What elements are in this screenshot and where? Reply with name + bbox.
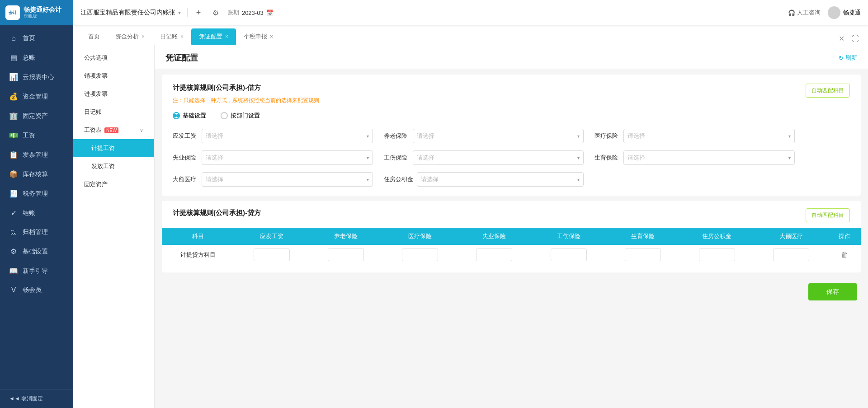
radio-dept[interactable]: 按部门设置 xyxy=(221,112,260,120)
tab-tax-label: 个税申报 xyxy=(244,33,267,41)
add-company-button[interactable]: + xyxy=(193,7,204,18)
menu-item-sales[interactable]: 销项发票 xyxy=(73,67,154,85)
menu-item-payroll-issue[interactable]: 发放工资 xyxy=(73,157,154,175)
menu-item-public[interactable]: 公共选项 xyxy=(73,49,154,67)
period-selector[interactable]: 账期 2023-03 📅 xyxy=(227,9,274,17)
medical-select[interactable]: 请选择 ▾ xyxy=(623,129,795,143)
credit-section-title: 计提核算规则(公司承担)-贷方 xyxy=(173,209,261,217)
input-injury[interactable] xyxy=(551,249,587,261)
home-icon: ⌂ xyxy=(9,34,18,42)
medical-placeholder: 请选择 xyxy=(627,132,645,140)
tab-home[interactable]: 首页 xyxy=(80,28,108,45)
close-tab-button[interactable]: ✕ xyxy=(837,33,846,45)
sidebar-item-vip[interactable]: V 畅会员 xyxy=(0,281,73,300)
sidebar-item-funds[interactable]: 💰 资金管理 xyxy=(0,87,73,106)
menu-item-purchase[interactable]: 进项发票 xyxy=(73,85,154,103)
input-medical[interactable] xyxy=(402,249,438,261)
input-pension[interactable] xyxy=(328,249,364,261)
pension-label: 养老保险 xyxy=(384,132,409,140)
sidebar-item-invoices[interactable]: 📋 发票管理 xyxy=(0,145,73,164)
pension-select[interactable]: 请选择 ▾ xyxy=(413,129,584,143)
sidebar: 会计 畅捷通好会计 旗舰版 ⌂ 首页 ▤ 总账 📊 云报表中心 💰 资金管理 🏢… xyxy=(0,0,73,408)
tab-diary-close[interactable]: × xyxy=(180,33,184,40)
menu-item-payroll-table[interactable]: 工资表 NEW ∨ xyxy=(73,121,154,139)
user-menu[interactable]: 畅捷通 xyxy=(828,6,861,19)
injury-select[interactable]: 请选择 ▾ xyxy=(413,150,584,165)
sidebar-item-settings[interactable]: ⚙ 基础设置 xyxy=(0,242,73,261)
unemployment-placeholder: 请选择 xyxy=(206,154,223,162)
cell-base-salary xyxy=(235,245,309,265)
sidebar-item-archive[interactable]: 🗂 归档管理 xyxy=(0,223,73,242)
credit-section-header: 计提核算规则(公司承担)-贷方 自动匹配科目 xyxy=(162,201,861,228)
sidebar-item-ledger[interactable]: ▤ 总账 xyxy=(0,48,73,67)
tab-diary[interactable]: 日记账 × xyxy=(152,28,191,45)
input-unemployment[interactable] xyxy=(476,249,512,261)
input-base-salary[interactable] xyxy=(254,249,290,261)
refresh-icon: ↻ xyxy=(839,55,844,61)
invoices-icon: 📋 xyxy=(9,150,18,159)
delete-row-button[interactable]: 🗑 xyxy=(841,251,848,259)
headset-icon: 🎧 xyxy=(788,9,795,16)
form-item-injury: 工伤保险 请选择 ▾ xyxy=(384,150,584,165)
inventory-icon: 📦 xyxy=(9,170,18,178)
debit-auto-match-button[interactable]: 自动匹配科目 xyxy=(806,84,850,98)
tab-voucher[interactable]: 凭证配置 × xyxy=(191,28,236,45)
sidebar-pin-toggle[interactable]: ◄◄ 取消固定 xyxy=(0,389,73,408)
medical-label: 医疗保险 xyxy=(594,132,620,140)
sidebar-item-closing[interactable]: ✓ 结账 xyxy=(0,203,73,223)
sidebar-item-assets[interactable]: 🏢 固定资产 xyxy=(0,106,73,126)
tab-voucher-close[interactable]: × xyxy=(225,33,228,40)
tab-funds[interactable]: 资金分析 × xyxy=(108,28,152,45)
tab-tax[interactable]: 个税申报 × xyxy=(236,28,281,45)
support-button[interactable]: 🎧 人工咨询 xyxy=(788,9,821,17)
cell-medical xyxy=(383,245,457,265)
page-title: 凭证配置 xyxy=(165,52,198,63)
unemployment-select[interactable]: 请选择 ▾ xyxy=(202,150,373,165)
input-housing[interactable] xyxy=(699,249,735,261)
input-large-medical[interactable] xyxy=(773,249,809,261)
input-maternity[interactable] xyxy=(625,249,661,261)
sidebar-item-tax[interactable]: 🧾 税务管理 xyxy=(0,184,73,203)
credit-table-header: 科目 应发工资 养老保险 医疗保险 失业保险 工伤保险 生育保险 住房公积金 大… xyxy=(162,228,861,245)
radio-basic-circle xyxy=(173,112,180,119)
sidebar-label-vip: 畅会员 xyxy=(23,286,42,294)
funds-icon: 💰 xyxy=(9,92,18,101)
tab-funds-close[interactable]: × xyxy=(142,33,145,40)
avatar xyxy=(828,6,840,19)
base-salary-select[interactable]: 请选择 ▾ xyxy=(202,129,373,143)
tab-tax-close[interactable]: × xyxy=(270,33,273,40)
closing-icon: ✓ xyxy=(9,209,18,217)
injury-placeholder: 请选择 xyxy=(417,154,434,162)
username: 畅捷通 xyxy=(843,9,861,17)
menu-item-diary[interactable]: 日记账 xyxy=(73,103,154,121)
maternity-label: 生育保险 xyxy=(594,154,620,162)
company-selector[interactable]: 江西服宝精品有限责任公司内账张 ▼ xyxy=(80,9,182,17)
sidebar-item-home[interactable]: ⌂ 首页 xyxy=(0,29,73,48)
sidebar-item-payroll[interactable]: 💵 工资 xyxy=(0,126,73,145)
col-large-medical: 大额医疗 xyxy=(754,228,828,245)
large-medical-label: 大额医疗 xyxy=(173,175,198,183)
sidebar-label-guide: 新手引导 xyxy=(23,267,48,275)
ledger-icon: ▤ xyxy=(9,53,18,62)
table-row: 计提贷方科目 🗑 xyxy=(162,245,861,265)
menu-item-accrual[interactable]: 计提工资 xyxy=(73,139,154,157)
large-medical-select[interactable]: 请选择 ▾ xyxy=(202,172,373,187)
maternity-select[interactable]: 请选择 ▾ xyxy=(623,150,795,165)
pension-placeholder: 请选择 xyxy=(417,132,434,140)
sidebar-item-inventory[interactable]: 📦 库存核算 xyxy=(0,164,73,184)
vip-icon: V xyxy=(9,286,18,294)
menu-item-fixed-assets[interactable]: 固定资产 xyxy=(73,175,154,193)
housing-select[interactable]: 请选择 ▾ xyxy=(417,172,584,187)
maximize-tab-button[interactable]: ⛶ xyxy=(850,33,861,45)
sidebar-item-guide[interactable]: 📖 新手引导 xyxy=(0,261,73,281)
credit-auto-match-button[interactable]: 自动匹配科目 xyxy=(806,208,850,222)
company-settings-button[interactable]: ⚙ xyxy=(209,6,222,19)
credit-table: 科目 应发工资 养老保险 医疗保险 失业保险 工伤保险 生育保险 住房公积金 大… xyxy=(162,228,861,265)
radio-basic[interactable]: 基础设置 xyxy=(173,112,206,120)
form-item-pension: 养老保险 请选择 ▾ xyxy=(384,129,584,143)
sidebar-item-reports[interactable]: 📊 云报表中心 xyxy=(0,67,73,87)
refresh-button[interactable]: ↻ 刷新 xyxy=(839,54,857,62)
housing-arrow: ▾ xyxy=(577,177,580,182)
save-button[interactable]: 保存 xyxy=(808,283,857,300)
credit-section: 计提核算规则(公司承担)-贷方 自动匹配科目 科目 应发工资 养老保险 医疗保险… xyxy=(162,201,861,272)
